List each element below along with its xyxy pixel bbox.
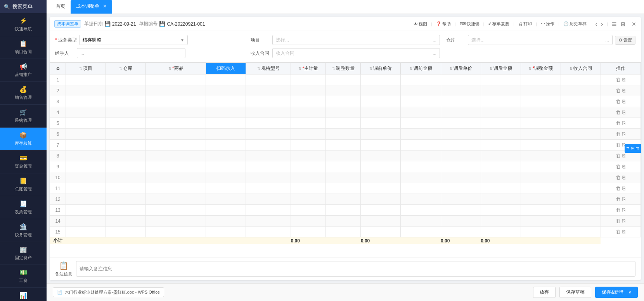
cell-pre-price[interactable] <box>361 183 401 194</box>
cell-scan[interactable] <box>206 216 246 227</box>
cell-warehouse[interactable] <box>106 129 146 140</box>
cell-scan[interactable] <box>206 96 246 107</box>
copy-row-icon[interactable]: ⎘ <box>622 120 625 126</box>
cell-pre-amount[interactable] <box>401 129 441 140</box>
cell-income[interactable] <box>561 85 601 96</box>
cell-adj-amount[interactable] <box>521 216 561 227</box>
cell-post-amount[interactable] <box>481 140 521 150</box>
action-view[interactable]: 👁 视图 <box>414 21 427 27</box>
cell-pre-amount[interactable] <box>401 172 441 183</box>
delete-row-icon[interactable]: 🗑 <box>616 207 621 213</box>
business-type-input[interactable]: 结存调整 ▼ <box>79 35 188 45</box>
sidebar-item-business-management[interactable]: 📊经营管理 <box>0 288 47 301</box>
cell-spec[interactable] <box>246 194 291 205</box>
cell-adj-qty[interactable] <box>326 85 361 96</box>
cell-spec[interactable] <box>246 183 291 194</box>
cell-unit[interactable] <box>291 183 326 194</box>
cell-unit[interactable] <box>291 161 326 172</box>
cell-pre-price[interactable] <box>361 74 401 85</box>
cell-unit[interactable] <box>291 205 326 216</box>
delete-row-icon[interactable]: 🗑 <box>616 120 621 126</box>
cell-income[interactable] <box>561 183 601 194</box>
delete-row-icon[interactable]: 🗑 <box>616 164 621 170</box>
action-check[interactable]: ✔ 核单复测 <box>488 21 509 27</box>
delete-row-icon[interactable]: 🗑 <box>616 196 621 202</box>
cell-post-price[interactable] <box>441 118 481 129</box>
delete-row-icon[interactable]: 🗑 <box>616 131 621 137</box>
cell-warehouse[interactable] <box>106 74 146 85</box>
cell-post-amount[interactable] <box>481 150 521 161</box>
cell-adj-amount[interactable] <box>521 227 561 237</box>
cell-adj-amount[interactable] <box>521 140 561 150</box>
th-post-amount[interactable]: ⇅调后金额 <box>481 63 521 74</box>
copy-row-icon[interactable]: ⎘ <box>622 164 625 170</box>
cell-project[interactable] <box>66 96 106 107</box>
cell-product[interactable] <box>146 172 206 183</box>
cell-spec[interactable] <box>246 172 291 183</box>
th-income-contract[interactable]: ⇅收入合同 <box>561 63 601 74</box>
sidebar-item-project-contract[interactable]: 📋项目合同 <box>0 36 47 59</box>
save-new-button[interactable]: 保存&新增 ∨ <box>595 287 638 298</box>
cell-pre-price[interactable] <box>361 216 401 227</box>
cell-pre-price[interactable] <box>361 129 401 140</box>
cell-post-price[interactable] <box>441 227 481 237</box>
cell-product[interactable] <box>146 183 206 194</box>
cell-income[interactable] <box>561 74 601 85</box>
copy-row-icon[interactable]: ⎘ <box>622 175 625 180</box>
cell-product[interactable] <box>146 96 206 107</box>
cell-project[interactable] <box>66 216 106 227</box>
action-history[interactable]: 🕐 历史草稿 <box>563 21 587 27</box>
cell-scan[interactable] <box>206 150 246 161</box>
th-scan[interactable]: 扫码录入 <box>206 63 246 74</box>
cell-product[interactable] <box>146 150 206 161</box>
sidebar-item-payroll[interactable]: 💵工资 <box>0 265 47 288</box>
cell-post-amount[interactable] <box>481 183 521 194</box>
cell-unit[interactable] <box>291 85 326 96</box>
cell-pre-amount[interactable] <box>401 74 441 85</box>
cell-product[interactable] <box>146 205 206 216</box>
cell-pre-price[interactable] <box>361 161 401 172</box>
cell-warehouse[interactable] <box>106 172 146 183</box>
cell-post-price[interactable] <box>441 107 481 118</box>
cell-spec[interactable] <box>246 227 291 237</box>
cell-project[interactable] <box>66 107 106 118</box>
copy-row-icon[interactable]: ⎘ <box>622 131 625 137</box>
cell-pre-amount[interactable] <box>401 107 441 118</box>
view-list-icon[interactable]: ☰ <box>612 21 617 27</box>
cell-pre-price[interactable] <box>361 194 401 205</box>
copy-row-icon[interactable]: ⎘ <box>622 207 625 213</box>
discard-button[interactable]: 放弃 <box>533 287 556 298</box>
cell-pre-amount[interactable] <box>401 85 441 96</box>
delete-row-icon[interactable]: 🗑 <box>616 99 621 104</box>
cell-product[interactable] <box>146 140 206 150</box>
cell-warehouse[interactable] <box>106 96 146 107</box>
copy-row-icon[interactable]: ⎘ <box>622 88 625 93</box>
cell-post-price[interactable] <box>441 74 481 85</box>
cell-unit[interactable] <box>291 118 326 129</box>
cell-adj-amount[interactable] <box>521 107 561 118</box>
cell-post-amount[interactable] <box>481 194 521 205</box>
tab-close-icon[interactable]: ✕ <box>103 3 107 9</box>
cell-scan[interactable] <box>206 74 246 85</box>
tab-cost-adjustment[interactable]: 成本调整单 ✕ <box>71 0 112 14</box>
cell-spec[interactable] <box>246 96 291 107</box>
warehouse-input[interactable]: 选择... … <box>468 35 613 45</box>
cell-adj-amount[interactable] <box>521 172 561 183</box>
cell-unit[interactable] <box>291 129 326 140</box>
cell-income[interactable] <box>561 129 601 140</box>
cell-spec[interactable] <box>246 150 291 161</box>
cell-spec[interactable] <box>246 85 291 96</box>
cell-project[interactable] <box>66 74 106 85</box>
cell-post-price[interactable] <box>441 194 481 205</box>
cell-pre-price[interactable] <box>361 107 401 118</box>
delete-row-icon[interactable]: 🗑 <box>616 218 621 224</box>
cell-project[interactable] <box>66 194 106 205</box>
cell-adj-amount[interactable] <box>521 85 561 96</box>
settings-button[interactable]: ⚙ 设置 <box>615 36 635 45</box>
cell-scan[interactable] <box>206 227 246 237</box>
cell-post-price[interactable] <box>441 129 481 140</box>
cell-adj-qty[interactable] <box>326 194 361 205</box>
action-print[interactable]: 🖨 打印 <box>518 21 532 27</box>
cell-adj-amount[interactable] <box>521 194 561 205</box>
cell-product[interactable] <box>146 161 206 172</box>
